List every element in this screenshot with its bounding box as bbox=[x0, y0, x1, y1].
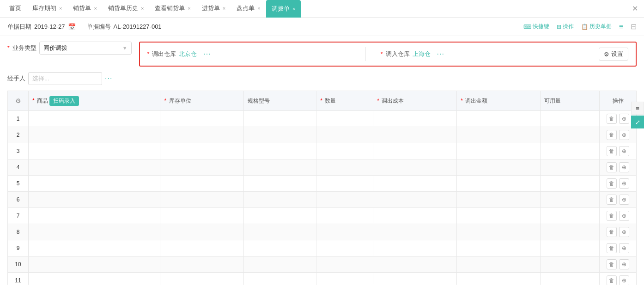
amount-cell[interactable] bbox=[457, 192, 541, 208]
goods-cell[interactable] bbox=[29, 240, 160, 256]
copy-row-button[interactable]: ⊕ bbox=[619, 259, 629, 269]
cost-cell[interactable] bbox=[373, 273, 457, 285]
goods-cell[interactable] bbox=[29, 256, 160, 273]
goods-cell[interactable] bbox=[29, 208, 160, 224]
out-warehouse-more[interactable]: ··· bbox=[203, 50, 211, 58]
amount-cell[interactable] bbox=[457, 224, 541, 240]
copy-row-button[interactable]: ⊕ bbox=[619, 275, 629, 285]
amount-cell[interactable] bbox=[457, 208, 541, 224]
tab-inventory-check[interactable]: 盘点单 × bbox=[231, 0, 266, 18]
calendar-icon[interactable]: 📅 bbox=[68, 23, 76, 31]
qty-cell[interactable] bbox=[316, 256, 373, 273]
delete-row-button[interactable]: 🗑 bbox=[607, 195, 617, 205]
qty-cell[interactable] bbox=[316, 143, 373, 159]
panel-expand-icon[interactable]: ⤢ bbox=[631, 116, 644, 128]
tab-transfer-order[interactable]: 调拨单 × bbox=[266, 0, 301, 18]
settings-button[interactable]: ⚙ 设置 bbox=[599, 48, 628, 61]
copy-row-button[interactable]: ⊕ bbox=[619, 114, 629, 124]
amount-cell[interactable] bbox=[457, 256, 541, 273]
copy-row-button[interactable]: ⊕ bbox=[619, 195, 629, 205]
amount-cell[interactable] bbox=[457, 176, 541, 192]
goods-cell[interactable] bbox=[29, 111, 160, 127]
amount-cell[interactable] bbox=[457, 159, 541, 176]
cost-cell[interactable] bbox=[373, 111, 457, 127]
layout-btn1[interactable]: ≡ bbox=[619, 23, 623, 31]
window-close-button[interactable]: ✕ bbox=[629, 3, 640, 14]
cost-cell[interactable] bbox=[373, 240, 457, 256]
amount-cell[interactable] bbox=[457, 127, 541, 143]
delete-row-button[interactable]: 🗑 bbox=[607, 130, 617, 140]
spec-cell[interactable] bbox=[244, 176, 316, 192]
available-cell[interactable] bbox=[541, 256, 600, 273]
spec-cell[interactable] bbox=[244, 143, 316, 159]
cost-cell[interactable] bbox=[373, 224, 457, 240]
operations-btn[interactable]: ⊞ 操作 bbox=[557, 23, 574, 31]
available-cell[interactable] bbox=[541, 240, 600, 256]
scan-entry-button[interactable]: 扫码录入 bbox=[49, 96, 79, 106]
tab-close-sales-history[interactable]: × bbox=[141, 6, 144, 11]
tab-view-sales[interactable]: 查看销货单 × bbox=[149, 0, 196, 18]
available-cell[interactable] bbox=[541, 143, 600, 159]
goods-cell[interactable] bbox=[29, 273, 160, 285]
copy-row-button[interactable]: ⊕ bbox=[619, 227, 629, 237]
unit-cell[interactable] bbox=[160, 256, 244, 273]
available-cell[interactable] bbox=[541, 159, 600, 176]
qty-cell[interactable] bbox=[316, 273, 373, 285]
available-cell[interactable] bbox=[541, 176, 600, 192]
copy-row-button[interactable]: ⊕ bbox=[619, 243, 629, 253]
delete-row-button[interactable]: 🗑 bbox=[607, 146, 617, 156]
tab-close-sales-order[interactable]: × bbox=[94, 6, 97, 11]
available-cell[interactable] bbox=[541, 127, 600, 143]
cost-cell[interactable] bbox=[373, 192, 457, 208]
delete-row-button[interactable]: 🗑 bbox=[607, 227, 617, 237]
qty-cell[interactable] bbox=[316, 192, 373, 208]
available-cell[interactable] bbox=[541, 224, 600, 240]
spec-cell[interactable] bbox=[244, 208, 316, 224]
spec-cell[interactable] bbox=[244, 159, 316, 176]
qty-cell[interactable] bbox=[316, 208, 373, 224]
delete-row-button[interactable]: 🗑 bbox=[607, 178, 617, 189]
unit-cell[interactable] bbox=[160, 159, 244, 176]
goods-cell[interactable] bbox=[29, 159, 160, 176]
unit-cell[interactable] bbox=[160, 143, 244, 159]
delete-row-button[interactable]: 🗑 bbox=[607, 114, 617, 124]
cost-cell[interactable] bbox=[373, 127, 457, 143]
shortcuts-btn[interactable]: ⌨ 快捷键 bbox=[523, 23, 549, 31]
qty-cell[interactable] bbox=[316, 176, 373, 192]
tab-close-transfer-order[interactable]: × bbox=[292, 6, 295, 12]
qty-cell[interactable] bbox=[316, 127, 373, 143]
delete-row-button[interactable]: 🗑 bbox=[607, 162, 617, 172]
tab-close-inventory-check[interactable]: × bbox=[257, 6, 260, 11]
unit-cell[interactable] bbox=[160, 273, 244, 285]
copy-row-button[interactable]: ⊕ bbox=[619, 146, 629, 156]
tab-close-inventory-init[interactable]: × bbox=[59, 6, 62, 11]
spec-cell[interactable] bbox=[244, 224, 316, 240]
unit-cell[interactable] bbox=[160, 224, 244, 240]
delete-row-button[interactable]: 🗑 bbox=[607, 243, 617, 253]
tab-inventory-init[interactable]: 库存期初 × bbox=[27, 0, 67, 18]
cost-cell[interactable] bbox=[373, 143, 457, 159]
available-cell[interactable] bbox=[541, 111, 600, 127]
tab-close-view-sales[interactable]: × bbox=[188, 6, 190, 11]
unit-cell[interactable] bbox=[160, 176, 244, 192]
qty-cell[interactable] bbox=[316, 224, 373, 240]
tab-home[interactable]: 首页 bbox=[4, 0, 27, 18]
copy-row-button[interactable]: ⊕ bbox=[619, 162, 629, 172]
unit-cell[interactable] bbox=[160, 240, 244, 256]
unit-cell[interactable] bbox=[160, 208, 244, 224]
qty-cell[interactable] bbox=[316, 159, 373, 176]
copy-row-button[interactable]: ⊕ bbox=[619, 211, 629, 221]
panel-list-icon[interactable]: ≡ bbox=[631, 102, 644, 115]
business-type-select[interactable]: 同价调拨 ▼ bbox=[39, 42, 132, 55]
unit-cell[interactable] bbox=[160, 127, 244, 143]
delete-row-button[interactable]: 🗑 bbox=[607, 211, 617, 221]
qty-cell[interactable] bbox=[316, 111, 373, 127]
spec-cell[interactable] bbox=[244, 192, 316, 208]
spec-cell[interactable] bbox=[244, 127, 316, 143]
cost-cell[interactable] bbox=[373, 256, 457, 273]
copy-row-button[interactable]: ⊕ bbox=[619, 130, 629, 140]
goods-cell[interactable] bbox=[29, 192, 160, 208]
spec-cell[interactable] bbox=[244, 111, 316, 127]
history-btn[interactable]: 📋 历史单据 bbox=[581, 23, 612, 31]
table-settings-icon[interactable]: ⚙ bbox=[12, 94, 24, 107]
